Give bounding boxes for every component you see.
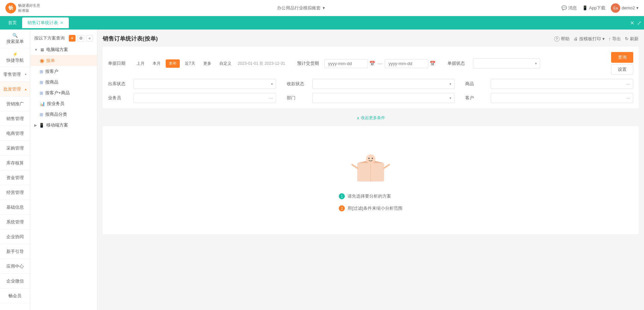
left-panel-actions: + ⚙ « — [69, 35, 93, 42]
left-panel: 按以下方案查询 + ⚙ « ▼ 🖥 电脑端方案 ◉ 按单 ⊞ 按客户 — [30, 30, 97, 310]
status-dropdown-arrow: ▾ — [535, 61, 537, 66]
tree-item-by-product[interactable]: ⊞ 按商品 — [30, 77, 97, 88]
empty-step-2: 2 用[过滤]条件来缩小分析范围 — [339, 205, 402, 211]
shortcut-this-month[interactable]: 本月 — [150, 59, 164, 68]
tabbar: 首页 销售订单统计表 ✕ ✕ ⤢ — [0, 16, 644, 30]
tree-item-by-customer[interactable]: ⊞ 按客户 — [30, 66, 97, 77]
username: demo2 — [622, 5, 635, 10]
by-product-label: 按商品 — [45, 79, 58, 85]
sidebar-item-enterprise[interactable]: 企业协同 — [0, 229, 30, 244]
svg-point-3 — [368, 158, 370, 159]
template-print-btn[interactable]: 🖨 按模板打印 ▾ — [574, 36, 605, 42]
sidebar-item-wholesale[interactable]: 批发管理 ▴ — [0, 82, 30, 97]
step-num-1: 1 — [339, 193, 345, 199]
sidebar-item-appcenter[interactable]: 应用中心 — [0, 259, 30, 274]
shortcut-this-year[interactable]: 本年 — [166, 59, 180, 68]
sidebar-item-search[interactable]: 🔍 搜索菜单 — [0, 30, 30, 48]
refresh-btn[interactable]: ↻ 刷新 — [625, 36, 639, 42]
tree-item-by-salesperson[interactable]: 📊 按业务员 — [30, 98, 97, 109]
tree-item-by-order[interactable]: ◉ 按单 — [30, 55, 97, 66]
customer-select[interactable]: ··· — [491, 93, 633, 103]
topbar-center[interactable]: 办公用品行业模拟账套 ▾ — [277, 5, 325, 11]
by-order-icon: ◉ — [40, 57, 44, 64]
settings-btn[interactable]: 设置 — [611, 64, 633, 75]
window-minimize-btn[interactable]: ✕ — [630, 20, 634, 26]
sidebar-item-member[interactable]: 畅会员 — [0, 289, 30, 303]
by-customer-label: 按客户 — [45, 68, 58, 74]
svg-point-2 — [366, 154, 375, 164]
tree-mobile-label: 移动端方案 — [46, 122, 68, 128]
tab-sales-stats[interactable]: 销售订单统计表 ✕ — [22, 17, 69, 28]
by-category-label: 按商品分类 — [45, 111, 67, 117]
tree-item-pc[interactable]: ▼ 🖥 电脑端方案 — [30, 44, 97, 55]
payment-select[interactable]: ▾ — [312, 79, 455, 89]
sidebar-item-operations[interactable]: 经营管理 — [0, 185, 30, 200]
tree-item-mobile[interactable]: ▶ 📱 移动端方案 — [30, 120, 97, 131]
salesperson-dots[interactable]: ··· — [269, 95, 273, 101]
settings-scheme-btn[interactable]: ⚙ — [77, 35, 84, 42]
filter-card: 单据日期 上月 本月 本年 近7天 更多 自定义 2023-01-01 至 20… — [103, 47, 639, 108]
search-icon: 🔍 — [12, 33, 18, 38]
add-scheme-btn[interactable]: + — [69, 35, 75, 42]
collapse-bar[interactable]: ∧ 收起更多条件 — [103, 112, 639, 123]
sidebar-item-purchase[interactable]: 采购管理 — [0, 141, 30, 156]
sidebar-item-system[interactable]: 系统管理 — [0, 215, 30, 229]
logo-area: 畅 畅捷通好生意 标准版 — [5, 3, 40, 13]
export-btn[interactable]: ↑ 导出 — [609, 36, 621, 42]
sidebar-item-inventory[interactable]: 库存核算 — [0, 156, 30, 170]
svg-point-4 — [372, 158, 373, 159]
collapse-panel-btn[interactable]: « — [86, 35, 93, 42]
sidebar-item-quick-nav[interactable]: ⚡ 快捷导航 — [0, 48, 30, 67]
dept-label: 部门 — [287, 95, 307, 101]
sidebar-item-marketing[interactable]: 营销推广 — [0, 97, 30, 111]
sidebar-item-wechat[interactable]: 企业微信 — [0, 274, 30, 289]
shipment-select[interactable]: ▾ — [133, 79, 276, 89]
print-dropdown-arrow: ▾ — [602, 36, 605, 41]
by-product-icon: ⊞ — [40, 80, 43, 85]
quick-nav-icon: ⚡ — [12, 52, 18, 57]
customer-dots[interactable]: ··· — [626, 95, 630, 101]
product-select[interactable]: ··· — [491, 79, 633, 89]
sidebar-item-ecommerce[interactable]: 电商管理 — [0, 126, 30, 141]
dept-select[interactable]: ▾ — [312, 93, 455, 103]
sidebar-item-sales[interactable]: 销售管理 — [0, 111, 30, 126]
shortcut-last-7[interactable]: 近7天 — [182, 59, 198, 68]
date-end-input[interactable] — [385, 59, 428, 68]
date-start-input[interactable] — [324, 59, 368, 68]
tab-home[interactable]: 首页 — [3, 17, 22, 28]
content-area: 按以下方案查询 + ⚙ « ▼ 🖥 电脑端方案 ◉ 按单 ⊞ 按客户 — [30, 30, 644, 310]
salesperson-label: 业务员 — [108, 95, 128, 101]
sidebar-item-retail[interactable]: 零售管理 ▾ — [0, 67, 30, 82]
empty-svg — [347, 146, 394, 187]
page-actions: ? 帮助 🖨 按模板打印 ▾ ↑ 导出 ↻ 刷新 — [554, 36, 639, 42]
window-maximize-btn[interactable]: ⤢ — [637, 20, 641, 26]
user-area[interactable]: Ea demo2 ▾ — [611, 3, 639, 13]
page-header: 销售订单统计表(按单) ? 帮助 🖨 按模板打印 ▾ ↑ 导出 — [103, 35, 639, 43]
message-btn[interactable]: 💬 消息 — [561, 5, 577, 11]
user-dropdown-arrow: ▾ — [636, 5, 639, 10]
by-customer-icon: ⊞ — [40, 69, 43, 74]
shortcut-last-month[interactable]: 上月 — [133, 59, 148, 68]
shortcut-custom[interactable]: 自定义 — [216, 59, 234, 68]
refresh-icon: ↻ — [625, 36, 629, 41]
shortcut-more[interactable]: 更多 — [200, 59, 214, 68]
sidebar-item-newbie[interactable]: 新手引导 — [0, 244, 30, 259]
by-salesperson-label: 按业务员 — [47, 101, 64, 107]
date-shortcuts: 上月 本月 本年 近7天 更多 自定义 2023-01-01 至 2023-12… — [133, 59, 285, 68]
salesperson-select[interactable]: ··· — [133, 93, 276, 103]
tree-item-by-category[interactable]: ⊞ 按商品分类 — [30, 109, 97, 120]
cal-icon-start: 📅 — [369, 61, 375, 66]
status-select[interactable]: ▾ — [473, 58, 540, 68]
company-dropdown-arrow[interactable]: ▾ — [323, 5, 325, 10]
filter-row-1: 单据日期 上月 本月 本年 近7天 更多 自定义 2023-01-01 至 20… — [108, 52, 633, 75]
cal-icon-end: 📅 — [430, 61, 435, 66]
help-btn[interactable]: ? 帮助 — [554, 36, 570, 42]
empty-steps: 1 请先选择要分析的方案 2 用[过滤]条件来缩小分析范围 — [339, 193, 402, 214]
query-btn[interactable]: 查询 — [611, 52, 633, 63]
tab-close-icon[interactable]: ✕ — [60, 20, 63, 25]
tree-item-by-cust-prod[interactable]: ⊞ 按客户+商品 — [30, 88, 97, 98]
sidebar-item-finance[interactable]: 资金管理 — [0, 170, 30, 185]
sidebar-item-basic[interactable]: 基础信息 — [0, 200, 30, 215]
app-download-btn[interactable]: 📱 App下载 — [582, 5, 605, 11]
product-dots[interactable]: ··· — [626, 81, 630, 87]
